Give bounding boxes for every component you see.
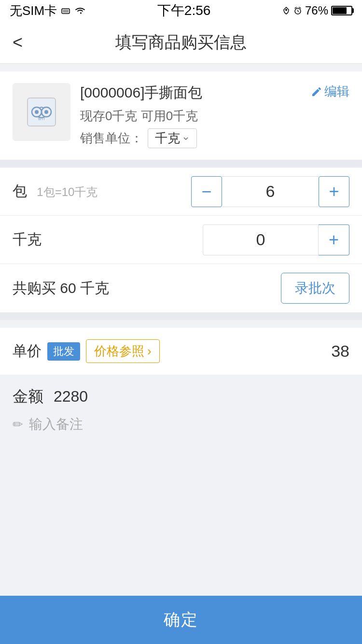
price-ref-button[interactable]: 价格参照 ›	[86, 339, 160, 363]
amount-value: 2280	[54, 388, 88, 405]
back-button[interactable]: <	[13, 32, 23, 53]
svg-point-6	[35, 110, 39, 114]
battery-percent: 76%	[305, 4, 328, 17]
alarm-icon	[293, 6, 302, 15]
package-label: 包 1包=10千克	[13, 182, 191, 201]
amount-section: 金额 2280 ✏ 输入备注	[0, 375, 362, 445]
confirm-button[interactable]: 确定	[0, 596, 362, 644]
product-logo: 智计	[27, 98, 56, 126]
price-ref-label: 价格参照	[94, 343, 144, 360]
product-card: 智计 [0000006]手撕面包 编辑 现存0千克 可用0千克 销售单位： 千克	[0, 71, 362, 160]
kg-qty-control: +	[203, 224, 349, 255]
amount-row: 金额 2280	[13, 386, 349, 407]
separator-1	[0, 160, 362, 168]
product-unit-row: 销售单位： 千克	[80, 128, 349, 148]
page-title: 填写商品购买信息	[115, 31, 247, 54]
amount-label: 金额	[13, 388, 43, 405]
price-ref-arrow: ›	[147, 344, 152, 359]
chevron-down-icon	[182, 135, 190, 142]
status-bar: 无SIM卡 下午2:56 76%	[0, 0, 362, 21]
package-row: 包 1包=10千克 − +	[0, 168, 362, 216]
carrier-text: 无SIM卡	[10, 2, 57, 19]
product-info: [0000006]手撕面包 编辑 现存0千克 可用0千克 销售单位： 千克	[80, 83, 349, 148]
sim-icon	[61, 7, 70, 14]
unit-value: 千克	[155, 130, 180, 147]
battery-icon	[331, 6, 352, 15]
package-qty-input[interactable]	[222, 176, 319, 207]
wifi-icon	[74, 6, 86, 15]
kg-qty-input[interactable]	[203, 224, 319, 255]
svg-text:智计: 智计	[38, 116, 45, 121]
package-plus-button[interactable]: +	[319, 176, 349, 207]
svg-point-2	[285, 9, 287, 11]
price-tag: 批发	[47, 342, 80, 361]
pencil-icon: ✏	[13, 417, 23, 432]
package-minus-button[interactable]: −	[191, 176, 222, 207]
price-section: 单价 批发 价格参照 › 38	[0, 328, 362, 375]
product-stock: 现存0千克 可用0千克	[80, 108, 349, 125]
kg-label: 千克	[13, 230, 203, 250]
confirm-label: 确定	[164, 609, 198, 631]
status-left: 无SIM卡	[10, 2, 86, 19]
remark-label: 输入备注	[29, 415, 83, 434]
location-icon	[282, 6, 291, 15]
price-label-text: 单价	[13, 341, 42, 361]
product-thumbnail: 智计	[13, 83, 70, 141]
package-hint: 1包=10千克	[37, 185, 97, 198]
total-row: 共购买 60 千克 录批次	[0, 264, 362, 312]
product-name: [0000006]手撕面包	[80, 83, 202, 103]
battery-fill	[333, 7, 347, 14]
package-qty-control: − +	[191, 176, 349, 207]
kg-plus-button[interactable]: +	[319, 224, 349, 255]
svg-point-7	[44, 110, 48, 114]
package-section: 包 1包=10千克 − + 千克 +	[0, 168, 362, 264]
total-text: 共购买 60 千克	[13, 279, 109, 298]
svg-rect-1	[63, 10, 69, 13]
edit-button[interactable]: 编辑	[311, 83, 349, 100]
edit-icon	[311, 86, 322, 98]
bottom-spacer	[0, 445, 362, 493]
price-value: 38	[331, 342, 349, 361]
edit-label: 编辑	[324, 83, 349, 100]
separator-2	[0, 312, 362, 320]
unit-label: 销售单位：	[80, 130, 143, 147]
kg-row: 千克 +	[0, 216, 362, 264]
package-label-text: 包	[13, 183, 27, 199]
status-right: 76%	[282, 4, 352, 17]
nav-bar: < 填写商品购买信息	[0, 21, 362, 64]
remark-row[interactable]: ✏ 输入备注	[13, 415, 349, 434]
unit-selector[interactable]: 千克	[148, 128, 197, 148]
price-label-group: 单价 批发 价格参照 ›	[13, 339, 160, 363]
status-time: 下午2:56	[157, 1, 211, 20]
record-batch-button[interactable]: 录批次	[281, 273, 349, 304]
